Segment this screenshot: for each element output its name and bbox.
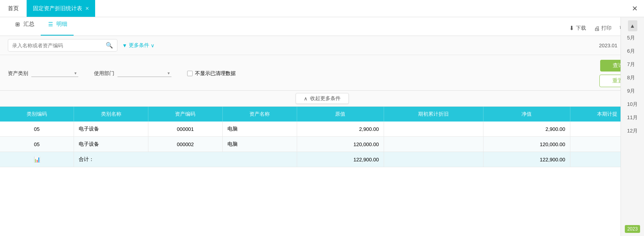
sidebar-month-item[interactable]: 11月 bbox=[627, 111, 638, 124]
collapse-label: 收起更多条件 bbox=[310, 95, 341, 102]
col-asset-name: 资产名称 bbox=[222, 107, 297, 122]
cell-net-value: 2,900.00 bbox=[483, 122, 570, 137]
cell-accumulated-depreciation bbox=[384, 122, 483, 137]
sidebar-month-item[interactable]: 9月 bbox=[627, 84, 638, 98]
date-label: 2023.01 bbox=[599, 43, 617, 48]
filter-panel: 资产类别 ▾ 使用部门 ▾ 不显示已清理数据 查询 重置 bbox=[0, 55, 644, 91]
download-label: 下载 bbox=[576, 25, 586, 32]
summary-icon-cell: 📊 bbox=[0, 152, 74, 167]
department-field: 使用部门 ▾ bbox=[94, 70, 171, 77]
col-asset-code: 资产编码 bbox=[148, 107, 222, 122]
summary-accumulated bbox=[384, 152, 483, 167]
cell-category-name: 电子设备 bbox=[74, 122, 148, 137]
asset-category-field: 资产类别 ▾ bbox=[8, 70, 78, 77]
col-net-value: 净值 bbox=[483, 107, 570, 122]
table-row: 05 电子设备 000002 电脑 120,000.00 120,000.00 bbox=[0, 137, 644, 152]
hide-cleared-field: 不显示已清理数据 bbox=[187, 70, 236, 77]
filter-row: 资产类别 ▾ 使用部门 ▾ 不显示已清理数据 查询 重置 bbox=[8, 60, 636, 87]
summary-icon: 📊 bbox=[34, 156, 40, 163]
cell-original-value: 2,900.00 bbox=[297, 122, 384, 137]
tab-detail-label: 明细 bbox=[56, 21, 67, 28]
search-row-wrapper: 🔍 ▼ 更多条件 ∨ 2023.01 › bbox=[0, 36, 644, 55]
nav-tab-label: 固定资产折旧统计表 bbox=[33, 5, 82, 12]
tab-summary[interactable]: ⊞ 汇总 bbox=[8, 17, 41, 36]
search-row: 🔍 ▼ 更多条件 ∨ 2023.01 › bbox=[0, 36, 644, 55]
search-input-wrap[interactable]: 🔍 bbox=[8, 39, 117, 52]
nav-tab-fixed-assets[interactable]: 固定资产折旧统计表 × bbox=[27, 0, 95, 17]
summary-icon: ⊞ bbox=[14, 21, 21, 28]
sidebar-month-item[interactable]: 10月 bbox=[627, 98, 638, 111]
collapse-up-icon: ∧ bbox=[304, 96, 308, 102]
print-icon: 🖨 bbox=[594, 25, 600, 32]
sidebar-month-item[interactable]: 6月 bbox=[627, 45, 638, 58]
cell-asset-code: 000002 bbox=[148, 137, 222, 152]
table-summary-row: 📊 合计： 122,900.00 122,900.00 bbox=[0, 152, 644, 167]
main-content: ⊞ 汇总 ☰ 明细 ⬇ 下载 🖨 打印 ↻ 刷新 🔍 bbox=[0, 17, 644, 236]
cell-asset-name: 电脑 bbox=[222, 122, 297, 137]
right-sidebar: ▲ 5月6月7月8月9月10月11月12月 2023 bbox=[621, 17, 644, 236]
sidebar-month-item[interactable]: 7月 bbox=[627, 58, 638, 71]
nav-home[interactable]: 首页 bbox=[0, 0, 27, 17]
cell-asset-name: 电脑 bbox=[222, 137, 297, 152]
table-row: 05 电子设备 000001 电脑 2,900.00 2,900.00 bbox=[0, 122, 644, 137]
sidebar-month-item[interactable]: 5月 bbox=[627, 31, 638, 45]
asset-category-select[interactable]: ▾ bbox=[31, 70, 78, 77]
collapse-button[interactable]: ∧ 收起更多条件 bbox=[296, 93, 349, 104]
nav-tab-close[interactable]: × bbox=[85, 5, 89, 12]
col-category-code: 类别编码 bbox=[0, 107, 74, 122]
print-label: 打印 bbox=[601, 25, 612, 32]
summary-original-value: 122,900.00 bbox=[297, 152, 384, 167]
search-input[interactable] bbox=[12, 43, 103, 48]
collapse-row: ∧ 收起更多条件 bbox=[0, 91, 644, 107]
table-header-row: 类别编码 类别名称 资产编码 资产名称 原值 期初累计折旧 净值 本期计提 bbox=[0, 107, 644, 122]
cell-original-value: 120,000.00 bbox=[297, 137, 384, 152]
col-original-value: 原值 bbox=[297, 107, 384, 122]
col-category-name: 类别名称 bbox=[74, 107, 148, 122]
asset-category-arrow-icon: ▾ bbox=[74, 71, 77, 76]
print-button[interactable]: 🖨 打印 bbox=[594, 25, 612, 32]
sidebar-up-arrow[interactable]: ▲ bbox=[628, 20, 637, 31]
more-conditions-button[interactable]: ▼ 更多条件 ∨ bbox=[122, 42, 155, 49]
more-conditions-label: 更多条件 bbox=[129, 42, 149, 49]
search-icon[interactable]: 🔍 bbox=[106, 42, 113, 49]
asset-category-label: 资产类别 bbox=[8, 70, 28, 77]
chevron-down-icon: ∨ bbox=[151, 43, 155, 48]
sidebar-month-item[interactable]: 12月 bbox=[627, 124, 638, 138]
cell-net-value: 120,000.00 bbox=[483, 137, 570, 152]
sidebar-month-item[interactable]: 8月 bbox=[627, 71, 638, 84]
tab-detail[interactable]: ☰ 明细 bbox=[41, 17, 74, 36]
summary-net-value: 122,900.00 bbox=[483, 152, 570, 167]
top-nav: 首页 固定资产折旧统计表 × ✕ bbox=[0, 0, 644, 17]
department-label: 使用部门 bbox=[94, 70, 114, 77]
col-accumulated-depreciation: 期初累计折旧 bbox=[384, 107, 483, 122]
download-icon: ⬇ bbox=[569, 25, 574, 32]
cell-category-code: 05 bbox=[0, 122, 74, 137]
summary-label-cell: 合计： bbox=[74, 152, 297, 167]
cell-category-code: 05 bbox=[0, 137, 74, 152]
data-table: 类别编码 类别名称 资产编码 资产名称 原值 期初累计折旧 净值 本期计提 05… bbox=[0, 107, 644, 167]
table-container: 类别编码 类别名称 资产编码 资产名称 原值 期初累计折旧 净值 本期计提 05… bbox=[0, 107, 644, 236]
cell-accumulated-depreciation bbox=[384, 137, 483, 152]
toolbar-tabs: ⊞ 汇总 ☰ 明细 ⬇ 下载 🖨 打印 ↻ 刷新 bbox=[0, 17, 644, 36]
download-button[interactable]: ⬇ 下载 bbox=[569, 25, 586, 32]
hide-cleared-checkbox[interactable] bbox=[187, 71, 193, 76]
filter-icon: ▼ bbox=[122, 43, 127, 48]
tab-summary-label: 汇总 bbox=[23, 21, 34, 28]
window-close-button[interactable]: ✕ bbox=[632, 4, 638, 13]
hide-cleared-label: 不显示已清理数据 bbox=[195, 70, 236, 77]
department-arrow-icon: ▾ bbox=[168, 71, 170, 76]
sidebar-year-badge[interactable]: 2023 bbox=[625, 225, 640, 233]
sidebar-months: 5月6月7月8月9月10月11月12月 bbox=[627, 31, 638, 138]
department-select[interactable]: ▾ bbox=[117, 70, 171, 77]
cell-asset-code: 000001 bbox=[148, 122, 222, 137]
cell-category-name: 电子设备 bbox=[74, 137, 148, 152]
detail-icon: ☰ bbox=[47, 21, 54, 28]
